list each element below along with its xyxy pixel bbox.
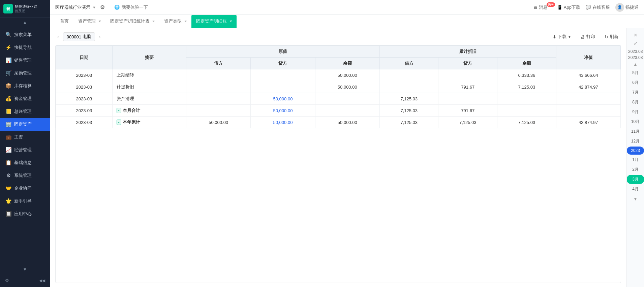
enterprise-icon: 🤝 (5, 185, 11, 191)
print-icon: 🖨 (581, 34, 585, 39)
logo-icon: 畅 (3, 4, 13, 13)
tab-close-icon[interactable]: × (184, 19, 187, 24)
print-label: 打印 (586, 34, 595, 40)
fixed-assets-icon: 🏢 (5, 121, 11, 127)
system-icon: ⚙ (5, 172, 11, 179)
timeline-month-7[interactable]: 7月 (627, 88, 644, 97)
timeline-arrow-down[interactable]: ▼ (632, 195, 639, 203)
fund-icon: 💰 (5, 96, 11, 102)
nav-next-button[interactable]: › (97, 33, 103, 40)
th-orig-credit: 贷方 (251, 58, 315, 69)
data-table: 日期 摘要 原值 累计折旧 净值 借方 贷方 余额 借方 贷方 余额 (56, 45, 621, 128)
tab-asset-detail[interactable]: 固定资产明细账 × (191, 15, 237, 28)
tab-label: 固定资产折旧统计表 (110, 18, 150, 24)
refresh-button[interactable]: ↻ 刷新 (602, 32, 621, 41)
topbar-settings-icon[interactable]: ⚙ (99, 3, 106, 12)
timeline-month-12[interactable]: 12月 (627, 137, 644, 146)
sidebar-scroll-up[interactable]: ▲ (0, 18, 50, 27)
panel-nav: ‹ 000001 电脑 › (55, 32, 103, 41)
topbar: 医疗器械行业演示 ▼ ⚙ 🌐 我要体验一下 🖥 消息 99+ 📱 App下载 💬… (50, 0, 644, 15)
company-selector[interactable]: 医疗器械行业演示 ▼ (55, 4, 96, 10)
sidebar-item-label: 企业协同 (14, 185, 32, 191)
sidebar-item-basic-info[interactable]: 📋 基础信息 (0, 156, 50, 169)
sidebar-item-label: 基础信息 (14, 160, 32, 166)
customer-service-button[interactable]: 💬 在线客服 (586, 4, 610, 10)
sidebar-item-enterprise[interactable]: 🤝 企业协同 (0, 182, 50, 195)
logo-sub: 普及版 (15, 9, 37, 13)
message-badge: 99+ (547, 2, 555, 7)
sidebar-item-search[interactable]: 🔍 搜索菜单 (0, 28, 50, 41)
sidebar-item-label: 销售管理 (14, 57, 32, 63)
asset-nav-item[interactable]: 000001 电脑 (63, 32, 95, 41)
panel-toolbar: ‹ 000001 电脑 › ⬇ 下载 ▼ 🖨 打印 (55, 32, 621, 41)
sidebar-item-label: 总账管理 (14, 108, 32, 115)
sidebar-item-operations[interactable]: 📈 经营管理 (0, 144, 50, 156)
sidebar-logo: 畅 畅捷通好业财 普及版 (0, 0, 50, 18)
timeline-month-11[interactable]: 11月 (627, 127, 644, 136)
company-name: 医疗器械行业演示 (55, 4, 90, 10)
timeline-month-10[interactable]: 10月 (627, 117, 644, 126)
quick-nav-icon: ⚡ (5, 44, 11, 51)
sidebar-item-guide[interactable]: 🌟 新手引导 (0, 195, 50, 208)
message-button[interactable]: 🖥 消息 99+ (533, 4, 552, 10)
print-button[interactable]: 🖨 打印 (578, 32, 598, 41)
sidebar-item-quick-nav[interactable]: ⚡ 快捷导航 (0, 41, 50, 54)
nav-prev-button[interactable]: ‹ (55, 33, 61, 40)
timeline-month-4[interactable]: 4月 (627, 185, 644, 194)
sidebar-scroll-down[interactable]: ▼ (0, 265, 50, 274)
sidebar-item-system[interactable]: ⚙ 系统管理 (0, 169, 50, 182)
sidebar-item-label: 固定资产 (14, 121, 32, 127)
table-row: 2023-03计提折旧50,000.00791.677,125.0342,874… (56, 81, 621, 93)
user-menu[interactable]: 👤 畅捷通 (615, 3, 639, 12)
message-label: 消息 (539, 4, 548, 10)
timeline-expand-button[interactable]: ⤢ (627, 39, 644, 47)
tab-close-icon[interactable]: × (229, 19, 232, 24)
sidebar-item-salary[interactable]: 💼 工资 (0, 131, 50, 144)
timeline-arrow-up[interactable]: ▲ (632, 61, 639, 68)
sales-icon: 📊 (5, 57, 11, 63)
main: 医疗器械行业演示 ▼ ⚙ 🌐 我要体验一下 🖥 消息 99+ 📱 App下载 💬… (50, 0, 644, 287)
tab-home[interactable]: 首页 (55, 15, 73, 28)
tab-depreciation-stat[interactable]: 固定资产折旧统计表 × (105, 15, 159, 28)
sidebar-item-purchase[interactable]: 🛒 采购管理 (0, 67, 50, 79)
tab-close-icon[interactable]: × (98, 19, 101, 24)
sidebar-item-label: 应用中心 (14, 211, 32, 217)
tab-asset-management[interactable]: 资产管理 × (73, 15, 105, 28)
table-row: 2023-03▪本月合计50,000.007,125.03791.67 (56, 105, 621, 117)
timeline-month-2[interactable]: 2月 (627, 165, 644, 174)
basic-info-icon: 📋 (5, 160, 11, 166)
timeline-month-9[interactable]: 9月 (627, 107, 644, 117)
timeline-month-1[interactable]: 1月 (627, 155, 644, 164)
sidebar-item-sales[interactable]: 📊 销售管理 (0, 54, 50, 67)
sidebar-footer: ⚙ ◀◀ (0, 274, 50, 287)
tab-label: 资产类型 (164, 18, 182, 24)
settings-icon[interactable]: ⚙ (5, 278, 9, 284)
sidebar-item-fund[interactable]: 💰 资金管理 (0, 92, 50, 105)
timeline-month-3[interactable]: 3月 (627, 175, 644, 184)
timeline-close-button[interactable]: ✕ (627, 31, 644, 39)
app-download-button[interactable]: 📱 App下载 (557, 4, 580, 10)
timeline-month-6[interactable]: 6月 (627, 78, 644, 87)
th-accum-depr: 累计折旧 (379, 46, 556, 58)
sidebar-item-app-center[interactable]: 🔲 应用中心 (0, 208, 50, 220)
timeline-panel: ✕ ⤢ 2023.03 2023.03 ▲ 5月 6月 7月 8月 9月 10月… (626, 28, 644, 287)
experience-icon: 🌐 (114, 5, 120, 10)
th-accum-balance: 余额 (497, 58, 556, 69)
timeline-year-2023[interactable]: 2023 (627, 147, 644, 155)
timeline-month-5[interactable]: 5月 (627, 68, 644, 77)
salary-icon: 💼 (5, 134, 11, 140)
sidebar-item-ledger[interactable]: 📒 总账管理 (0, 105, 50, 118)
tab-close-icon[interactable]: × (152, 19, 155, 24)
timeline-month-8[interactable]: 8月 (627, 98, 644, 107)
sidebar-item-label: 快捷导航 (14, 44, 32, 51)
download-button[interactable]: ⬇ 下载 ▼ (550, 32, 574, 41)
sidebar-item-inventory[interactable]: 📦 库存核算 (0, 79, 50, 92)
sidebar-item-fixed-assets[interactable]: 🏢 固定资产 (0, 118, 50, 131)
tab-asset-type[interactable]: 资产类型 × (159, 15, 191, 28)
logo-name: 畅捷通好业财 (15, 4, 37, 9)
experience-button[interactable]: 🌐 我要体验一下 (114, 4, 148, 10)
app-center-icon: 🔲 (5, 211, 11, 217)
collapse-icon[interactable]: ◀◀ (39, 278, 45, 283)
customer-service-label: 在线客服 (592, 4, 610, 10)
th-original-value: 原值 (186, 46, 380, 58)
